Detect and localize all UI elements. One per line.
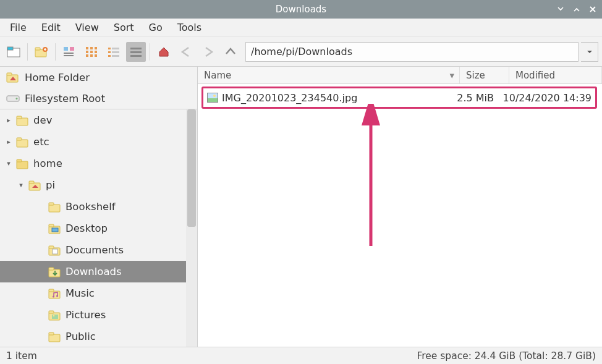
chevron-right-icon[interactable]: ▸ (5, 116, 12, 124)
view-thumbnails-button[interactable] (82, 42, 101, 62)
view-details-button[interactable] (126, 42, 146, 62)
maximize-icon[interactable] (572, 5, 581, 14)
status-free-space: Free space: 24.4 GiB (Total: 28.7 GiB) (417, 350, 596, 362)
column-name[interactable]: Name ▾ (198, 67, 460, 83)
svg-rect-57 (49, 334, 60, 342)
tree-item-label: Bookshelf (66, 201, 116, 213)
tree-item-label: Pictures (66, 309, 106, 321)
svg-point-52 (56, 295, 58, 297)
path-entry[interactable]: /home/pi/Downloads (245, 42, 579, 62)
go-forward-button[interactable] (198, 42, 218, 62)
svg-point-51 (53, 295, 54, 297)
svg-rect-50 (49, 289, 54, 292)
tree-item-public[interactable]: Public (0, 326, 186, 347)
svg-rect-15 (86, 54, 88, 57)
close-icon[interactable] (588, 5, 597, 14)
tree-item-documents[interactable]: Documents (0, 239, 186, 261)
folder-icon (16, 158, 30, 169)
path-history-dropdown[interactable] (581, 42, 598, 62)
svg-rect-42 (49, 224, 54, 227)
sort-indicator-icon: ▾ (449, 70, 454, 81)
column-modified[interactable]: Modified (509, 67, 602, 83)
svg-rect-47 (49, 269, 60, 277)
svg-rect-28 (7, 73, 12, 75)
svg-rect-21 (112, 51, 119, 53)
tree-item-pi[interactable]: ▾pi (0, 174, 186, 196)
svg-rect-48 (49, 268, 54, 270)
place-filesystem-root[interactable]: Filesystem Root (0, 88, 197, 109)
folder-icon (48, 245, 62, 256)
menu-edit[interactable]: Edit (35, 19, 67, 36)
folder-icon (16, 137, 30, 148)
svg-point-56 (53, 315, 55, 316)
svg-rect-9 (86, 47, 88, 49)
folder-icon (48, 310, 62, 321)
svg-rect-43 (52, 228, 58, 232)
view-icons-button[interactable] (59, 42, 79, 62)
place-home-folder[interactable]: Home Folder (0, 67, 197, 88)
path-text: /home/pi/Downloads (251, 46, 352, 57)
svg-rect-49 (49, 291, 60, 298)
column-size[interactable]: Size (460, 67, 509, 83)
tree-item-pictures[interactable]: Pictures (0, 304, 186, 326)
folder-icon (48, 201, 62, 213)
svg-rect-8 (64, 55, 74, 56)
chevron-right-icon[interactable]: ▸ (5, 138, 12, 146)
file-row[interactable]: IMG_20201023_234540.jpg2.5 MiB10/24/2020… (203, 88, 595, 107)
menu-sort[interactable]: Sort (108, 19, 140, 36)
svg-rect-40 (49, 203, 54, 205)
svg-rect-22 (108, 55, 111, 57)
tree-item-downloads[interactable]: Downloads (0, 261, 186, 282)
svg-rect-3 (35, 48, 40, 50)
menu-tools[interactable]: Tools (171, 19, 208, 36)
place-label: Home Folder (25, 72, 90, 83)
column-modified-label: Modified (515, 70, 555, 81)
sidebar: Home Folder Filesystem Root ▸dev▸etc▾hom… (0, 67, 198, 347)
new-tab-button[interactable] (4, 42, 23, 62)
annotation-arrow-icon (352, 104, 389, 252)
svg-rect-34 (17, 138, 22, 140)
file-list-highlight: IMG_20201023_234540.jpg2.5 MiB10/24/2020… (201, 87, 597, 109)
view-compact-button[interactable] (104, 42, 124, 62)
go-back-button[interactable] (176, 42, 196, 62)
menu-go[interactable]: Go (143, 19, 169, 36)
tree-item-home[interactable]: ▾home (0, 153, 186, 174)
new-folder-button[interactable] (32, 42, 51, 62)
svg-rect-1 (7, 47, 13, 50)
tree-item-music[interactable]: Music (0, 282, 186, 304)
tree-item-dev[interactable]: ▸dev (0, 109, 186, 131)
tree-item-etc[interactable]: ▸etc (0, 131, 186, 153)
scrollbar-thumb[interactable] (187, 109, 196, 227)
minimize-icon[interactable] (556, 5, 565, 14)
places-panel: Home Folder Filesystem Root (0, 67, 197, 109)
go-up-button[interactable] (221, 42, 240, 62)
tree-item-label: Downloads (66, 266, 122, 277)
svg-rect-26 (130, 55, 142, 57)
tree-item-label: Desktop (66, 222, 108, 234)
chevron-down-icon[interactable]: ▾ (17, 181, 25, 189)
menu-view[interactable]: View (69, 19, 105, 36)
tree-scrollbar[interactable] (186, 109, 197, 347)
chevron-down-icon[interactable]: ▾ (5, 159, 12, 167)
home-icon (6, 70, 20, 84)
tree-item-label: dev (33, 114, 52, 126)
svg-rect-32 (17, 116, 22, 119)
svg-rect-13 (90, 51, 93, 53)
go-home-button[interactable] (154, 42, 174, 62)
menu-file[interactable]: File (4, 19, 33, 36)
folder-icon (48, 288, 62, 299)
column-name-label: Name (204, 70, 231, 81)
disk-icon (6, 91, 20, 105)
folder-icon (48, 266, 62, 277)
svg-rect-6 (70, 47, 74, 51)
file-size: 2.5 MiB (448, 92, 496, 104)
image-file-icon (203, 93, 222, 103)
menu-bar: File Edit View Sort Go Tools (0, 19, 602, 37)
tree-item-bookshelf[interactable]: Bookshelf (0, 196, 186, 218)
svg-rect-36 (17, 159, 22, 162)
svg-rect-55 (52, 315, 58, 319)
svg-rect-19 (112, 48, 119, 49)
svg-rect-5 (64, 47, 68, 51)
svg-rect-10 (90, 47, 93, 49)
tree-item-desktop[interactable]: Desktop (0, 218, 186, 239)
